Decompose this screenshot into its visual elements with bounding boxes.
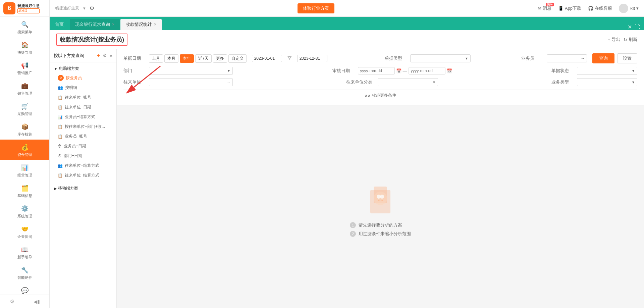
sidebar-item-system[interactable]: ⚙️ 系统管理 [0,201,49,221]
clock-icon: ⏱ [58,154,62,158]
table-icon: 📋 [58,95,63,100]
sidebar-item-marketing[interactable]: 📢 营销推广 [0,58,49,78]
desktop-scheme-group: ▼ 电脑端方案 ⚙ 按业务员 👥 按明细 📋 往来单位+账号 [50,62,116,182]
tip-text-2: 用过滤条件来缩小分析范围 [359,231,411,237]
scheme-item-staff-payment[interactable]: 📊 业务员+结算方式 [50,112,116,122]
sidebar-item-label: 系统管理 [17,214,32,219]
maximize-window-icon[interactable]: ⛶ [635,24,640,30]
partner-input[interactable]: ··· [149,78,233,86]
online-service-button[interactable]: 🎧 在线客服 [588,5,612,11]
sidebar-item-sales[interactable]: 💼 销售管理 [0,78,49,99]
sidebar-item-hardware[interactable]: 🔧 智能硬件 [0,262,49,283]
scheme-item-by-detail[interactable]: 👥 按明细 [50,83,116,93]
partner-category-select[interactable]: ▾ [378,78,438,86]
user-menu[interactable]: Rit ▾ [619,4,639,13]
export-button[interactable]: ↑ 导出 [608,37,621,43]
filter-row-dept: 部门 ▾ 审核日期 📅 — 📅 [123,67,637,75]
calendar-icon-2[interactable]: 📅 [447,68,452,73]
header-settings-icon[interactable]: ⚙ [90,5,94,11]
bill-type-select[interactable]: ▾ [410,54,471,62]
bill-status-select[interactable]: ▾ [577,67,637,75]
mobile-group-title[interactable]: ▶ 移动端方案 [50,184,116,193]
sidebar-item-operation[interactable]: 📊 经营管理 [0,160,49,181]
date-range-end[interactable] [297,55,327,62]
collapse-bar[interactable]: ∧∧ 收起更多条件 [123,90,637,101]
main-content: 畅捷通好生意 ▾ ⚙ 体验行业方案 ✉ 消息 99+ 📱 App下载 🎧 在线客… [50,0,644,308]
sidebar-item-inventory[interactable]: 📦 库存核算 [0,119,49,140]
export-label: 导出 [611,37,620,43]
search-icon: 🔍 [21,21,29,28]
trial-button[interactable]: 体验行业方案 [298,3,334,13]
partner-filter-label: 往来单位 [123,79,144,85]
sidebar-item-search[interactable]: 🔍 搜索菜单 [0,17,49,37]
sidebar-item-finance[interactable]: 💰 资金管理 [0,140,49,160]
sidebar-item-label: 基础信息 [17,193,32,198]
date-btn-custom[interactable]: 自定义 [228,54,247,63]
tab-cashflow[interactable]: 现金银行流水查询 × [70,19,120,30]
sidebar-logo: 6 畅捷通好生意 标准版 [0,0,49,17]
header-breadcrumb: 畅捷通好生意 [55,5,79,11]
business-type-label: 业务类型 [551,79,572,85]
panel-title: 按以下方案查询 [54,53,84,59]
scheme-item-partner-payment1[interactable]: 👥 往来单位+结算方式 [50,161,116,170]
review-date-end[interactable] [409,67,445,74]
message-button[interactable]: ✉ 消息 99+ [538,5,551,11]
tab-collection-close[interactable]: × [154,22,156,27]
clock-icon: ⏱ [58,144,62,149]
scheme-label: 业务员+结算方式 [65,114,95,120]
sidebar-item-purchase[interactable]: 🛒 采购管理 [0,99,49,119]
sidebar-item-quicknav[interactable]: 🏠 快捷导航 [0,37,49,58]
date-btn-more[interactable]: 更多 [213,54,227,63]
more-dots-icon: ··· [226,80,230,85]
date-range-start[interactable] [252,55,282,62]
tip-text-1: 请先选择要分析的方案 [359,222,402,228]
scheme-item-staff-account[interactable]: 📋 业务员+账号 [50,132,116,141]
review-date-start[interactable] [358,67,395,74]
scheme-item-partner-payment2[interactable]: 📋 往来单位+结算方式 [50,170,116,180]
table-icon: 📋 [58,173,63,178]
empty-state: 1 请先选择要分析的方案 2 用过滤条件来缩小分析范围 [117,105,644,308]
desktop-group-title[interactable]: ▼ 电脑端方案 [50,64,116,73]
empty-tip-2: 2 用过滤条件来缩小分析范围 [350,231,411,237]
collapse-sidebar-icon[interactable]: ◀▮ [34,299,40,304]
staff-select[interactable]: ··· [547,54,587,62]
query-button[interactable]: 查询 [592,53,614,63]
close-window-icon[interactable]: ✕ [628,24,632,30]
collapse-panel-icon[interactable]: « [110,53,112,59]
scheme-item-dept-date[interactable]: ⏱ 部门+日期 [50,151,116,161]
date-btn-last-month[interactable]: 上月 [149,54,163,63]
settings-bottom-icon[interactable]: ⚙ [10,298,14,305]
date-btn-last7[interactable]: 近7天 [195,54,212,63]
mobile-group-label: 移动端方案 [58,186,78,191]
add-scheme-icon[interactable]: + [97,53,100,59]
dept-select[interactable]: ▾ [149,67,233,75]
setting-button[interactable]: 设置 [617,53,637,63]
business-type-select[interactable]: ▾ [577,78,637,86]
sidebar-item-basic[interactable]: 🗂️ 基础信息 [0,181,49,201]
app-download-button[interactable]: 📱 App下载 [558,5,581,11]
tab-collection[interactable]: 收款情况统计 × [120,19,162,30]
scheme-item-partner-account[interactable]: 📋 往来单位+账号 [50,93,116,102]
calendar-icon[interactable]: 📅 [396,68,401,73]
tip-num-1: 1 [350,222,356,228]
chevron-down-icon[interactable]: ▾ [83,6,86,11]
date-btn-this-month[interactable]: 本月 [164,54,178,63]
inventory-icon: 📦 [21,123,29,131]
refresh-label: 刷新 [629,37,637,43]
refresh-button[interactable]: ↻ 刷新 [624,37,637,43]
app-icon: 📱 [558,6,564,11]
sidebar-item-guide[interactable]: 📖 新手引导 [0,242,49,262]
tab-home[interactable]: 首页 [50,19,69,30]
scheme-item-partner-date[interactable]: 📋 往来单位+日期 [50,102,116,112]
partner-category-label: 往来单位分类 [346,79,372,85]
settings-scheme-icon[interactable]: ⚙ [103,53,107,59]
empty-illustration [360,176,400,217]
scheme-item-staff-date[interactable]: ⏱ 业务员+日期 [50,141,116,151]
tab-cashflow-close[interactable]: × [112,22,114,27]
date-btn-this-year[interactable]: 本年 [180,54,194,63]
scheme-item-partner-dept[interactable]: 📋 按往来单位+部门+收... [50,122,116,132]
sidebar-item-enterprise[interactable]: 🤝 企业协同 [0,221,49,242]
sidebar-item-wechat[interactable]: 💬 企业微信 [0,283,49,295]
scheme-item-by-staff[interactable]: ⚙ 按业务员 [50,73,116,83]
person-icon: 👥 [58,163,63,168]
